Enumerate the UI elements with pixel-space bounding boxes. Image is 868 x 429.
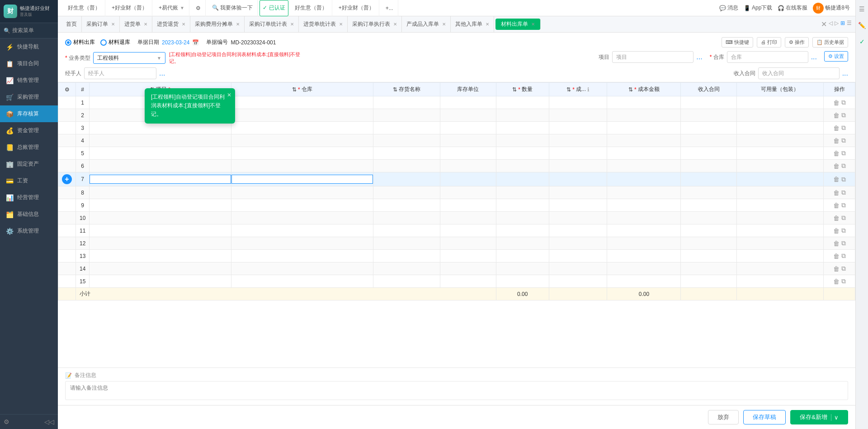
- cell-gn-8[interactable]: [373, 186, 440, 199]
- cell-project-8[interactable]: [90, 186, 231, 199]
- cell-wh-8[interactable]: [231, 186, 373, 199]
- copy-icon-7[interactable]: ⧉: [841, 176, 846, 183]
- copy-icon-3[interactable]: ⧉: [841, 124, 846, 132]
- cell-ic-11[interactable]: [681, 224, 737, 237]
- handler-dots[interactable]: ...: [159, 69, 165, 77]
- save-new-button[interactable]: 保存&新增 ∨: [790, 410, 848, 424]
- cell-project-15[interactable]: [90, 275, 231, 288]
- cell-wh-14[interactable]: [231, 262, 373, 275]
- copy-icon-11[interactable]: ⧉: [841, 227, 846, 234]
- cell-qty-12[interactable]: [496, 237, 549, 250]
- nav-easy-account[interactable]: +易代账 ▼: [154, 0, 189, 16]
- cell-ic-13[interactable]: [681, 250, 737, 262]
- print-btn[interactable]: 🖨 打印: [757, 37, 781, 48]
- tab-material-outbound[interactable]: 材料出库单 ✕: [495, 19, 541, 30]
- copy-icon-8[interactable]: ⧉: [841, 189, 846, 196]
- table-settings-icon[interactable]: ⚙: [65, 86, 70, 93]
- tab-finished-goods[interactable]: 产成品入库单 ✕: [402, 16, 451, 33]
- cell-qty-7[interactable]: [496, 172, 549, 186]
- tab-close-purchase[interactable]: ✕: [111, 22, 115, 27]
- cell-ca-13[interactable]: [607, 250, 681, 262]
- delete-icon-12[interactable]: 🗑: [833, 240, 840, 247]
- business-type-input[interactable]: 工程领料 ▼: [93, 52, 165, 64]
- copy-icon-13[interactable]: ⧉: [841, 252, 846, 260]
- cell-qty-15[interactable]: [496, 275, 549, 288]
- delete-icon-3[interactable]: 🗑: [833, 124, 840, 132]
- cell-project-6[interactable]: [90, 160, 231, 172]
- delete-icon-15[interactable]: 🗑: [833, 278, 840, 285]
- warehouse-input[interactable]: 合库: [727, 51, 808, 63]
- right-icon-2[interactable]: ✏️: [856, 20, 868, 31]
- sort-icon-ca[interactable]: ⇅: [628, 86, 633, 93]
- cell-qty-11[interactable]: [496, 224, 549, 237]
- cell-ca-9[interactable]: [607, 199, 681, 212]
- cell-cost-6[interactable]: [549, 160, 607, 172]
- cell-cost-1[interactable]: [549, 96, 607, 109]
- add-row-icon[interactable]: +: [62, 174, 72, 184]
- income-contract-input[interactable]: 收入合同: [758, 67, 840, 79]
- nav-good-business2[interactable]: 好生意（普）: [290, 0, 332, 16]
- cell-ic-4[interactable]: [681, 134, 737, 147]
- cell-cost-2[interactable]: [549, 109, 607, 122]
- cell-project-14[interactable]: [90, 262, 231, 275]
- copy-icon-12[interactable]: ⧉: [841, 239, 846, 247]
- project-input[interactable]: 项目: [612, 51, 693, 63]
- cell-cost-7[interactable]: [549, 172, 607, 186]
- sidebar-item-system[interactable]: ⚙️系统管理: [0, 223, 58, 239]
- delete-icon-6[interactable]: 🗑: [833, 162, 840, 170]
- tab-list-view[interactable]: ☰: [847, 20, 852, 29]
- copy-icon-10[interactable]: ⧉: [841, 214, 846, 222]
- income-contract-dots[interactable]: ...: [842, 69, 848, 77]
- cell-ca-1[interactable]: [607, 96, 681, 109]
- sort-icon-cost[interactable]: ⇅: [566, 86, 571, 93]
- cell-cost-8[interactable]: [549, 186, 607, 199]
- cell-project-3[interactable]: [90, 122, 231, 134]
- tab-close-pstats[interactable]: ✕: [290, 22, 294, 27]
- sidebar-item-assets[interactable]: 🏢固定资产: [0, 156, 58, 172]
- sidebar-item-salary[interactable]: 💳工资: [0, 172, 58, 189]
- delete-icon-8[interactable]: 🗑: [833, 189, 840, 196]
- calendar-icon[interactable]: 📅: [192, 39, 199, 46]
- nav-settings-icon[interactable]: ⚙: [191, 0, 206, 16]
- cell-ic-1[interactable]: [681, 96, 737, 109]
- cell-gn-13[interactable]: [373, 250, 440, 262]
- cell-ic-6[interactable]: [681, 160, 737, 172]
- sidebar-item-project[interactable]: 📋项目合同: [0, 55, 58, 72]
- cell-ic-9[interactable]: [681, 199, 737, 212]
- save-new-arrow[interactable]: ∨: [831, 414, 839, 421]
- copy-icon-15[interactable]: ⧉: [841, 277, 846, 285]
- tab-order-exec[interactable]: 采购订单执行表 ✕: [348, 16, 402, 33]
- sidebar-item-ledger[interactable]: 📒总账管理: [0, 139, 58, 156]
- cell-cost-13[interactable]: [549, 250, 607, 262]
- copy-icon-4[interactable]: ⧉: [841, 137, 846, 144]
- tooltip-close[interactable]: ✕: [227, 91, 231, 100]
- cell-project-10[interactable]: [90, 212, 231, 224]
- sort-icon-gn[interactable]: ⇅: [393, 86, 397, 93]
- row-add-btn[interactable]: +: [58, 172, 76, 186]
- discard-button[interactable]: 放弃: [708, 410, 739, 424]
- radio-material-return[interactable]: 材料退库: [100, 38, 130, 46]
- delete-icon-2[interactable]: 🗑: [833, 112, 840, 119]
- sidebar-item-finance[interactable]: 💰资金管理: [0, 122, 58, 139]
- settings-btn[interactable]: ⚙ 设置: [824, 51, 848, 62]
- tab-close-istats[interactable]: ✕: [339, 22, 343, 27]
- cell-gn-7[interactable]: [373, 172, 440, 186]
- right-icon-1[interactable]: ☰: [857, 4, 867, 14]
- nav-app-download[interactable]: 📱 App下载: [744, 4, 772, 12]
- nav-good-finance[interactable]: +好业财（普）: [107, 0, 152, 16]
- nav-user[interactable]: 财 畅捷通8号: [813, 3, 850, 14]
- delete-icon-10[interactable]: 🗑: [833, 214, 840, 222]
- cell-wh-11[interactable]: [231, 224, 373, 237]
- nav-good-business[interactable]: 好生意（普）: [63, 0, 105, 16]
- sidebar-item-sales[interactable]: 📈销售管理: [0, 72, 58, 89]
- cell-cost-11[interactable]: [549, 224, 607, 237]
- history-btn[interactable]: 📋 历史单据: [812, 37, 848, 48]
- col-settings[interactable]: ⚙: [58, 83, 76, 96]
- cell-ca-2[interactable]: [607, 109, 681, 122]
- tab-close-fg[interactable]: ✕: [442, 22, 446, 27]
- warehouse-dots[interactable]: ...: [811, 53, 817, 61]
- delete-icon-14[interactable]: 🗑: [833, 265, 840, 272]
- cell-ca-6[interactable]: [607, 160, 681, 172]
- tab-return[interactable]: 进货退货 ✕: [152, 16, 190, 33]
- tab-close-exec[interactable]: ✕: [393, 22, 397, 27]
